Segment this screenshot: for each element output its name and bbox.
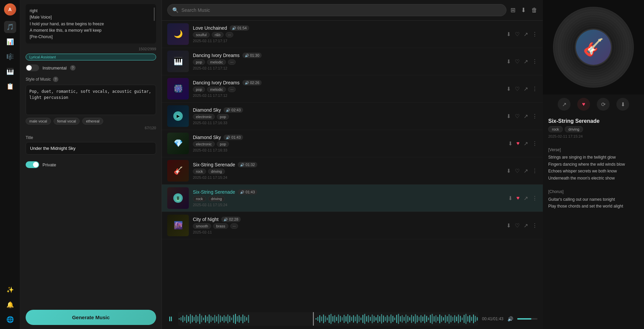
sidebar-icon-bell[interactable]: 🔔 <box>4 299 16 311</box>
download-4[interactable]: ⬇ <box>506 113 511 119</box>
volume-icon[interactable]: 🔊 <box>507 316 513 322</box>
svg-rect-93 <box>417 316 418 322</box>
sidebar-icon-piano[interactable]: 🎹 <box>4 65 16 78</box>
search-input[interactable] <box>181 7 501 13</box>
music-item-3[interactable]: 🎆 Dancing Ivory Dreams 🔊 02:26 pop melod… <box>162 75 543 103</box>
like-8[interactable]: ♡ <box>515 222 520 229</box>
style-help-icon[interactable]: ? <box>53 77 58 82</box>
time-display: 00:41/01:43 <box>482 317 503 321</box>
right-remix-btn[interactable]: ⟳ <box>597 98 610 111</box>
search-box[interactable]: 🔍 <box>167 4 506 16</box>
private-toggle[interactable] <box>26 161 39 168</box>
sidebar-icon-globe[interactable]: 🌐 <box>4 313 16 326</box>
download-8[interactable]: ⬇ <box>506 222 511 229</box>
title-input[interactable] <box>26 142 156 155</box>
like-5[interactable]: ♥ <box>517 140 520 146</box>
tag-ethereal[interactable]: ethereal <box>82 118 103 125</box>
more-3[interactable]: ⋮ <box>532 86 537 92</box>
sidebar-icon-music[interactable]: 🎵 <box>4 21 16 33</box>
share-1[interactable]: ↗ <box>524 31 528 37</box>
instrumental-help-icon[interactable]: ? <box>70 65 76 71</box>
pause-overlay-7[interactable]: ⏸ <box>173 193 183 203</box>
right-download-btn[interactable]: ⬇ <box>616 98 629 111</box>
sidebar-icon-list[interactable]: 📋 <box>4 80 16 92</box>
sidebar-icon-compose[interactable]: 🎼 <box>4 51 16 63</box>
like-6[interactable]: ♡ <box>515 168 520 174</box>
like-2[interactable]: ♡ <box>515 58 520 65</box>
toolbar-delete-icon[interactable]: 🗑 <box>531 7 537 14</box>
more-6[interactable]: ⋮ <box>532 168 537 174</box>
actions-3: ⬇ ♡ ↗ ⋮ <box>506 86 537 92</box>
svg-rect-53 <box>342 317 343 321</box>
svg-rect-13 <box>203 318 204 320</box>
lyric-line-1: right <box>30 7 152 14</box>
right-like-btn[interactable]: ♥ <box>577 98 590 111</box>
download-5[interactable]: ⬇ <box>508 140 513 147</box>
avatar[interactable]: A <box>4 3 16 16</box>
svg-rect-92 <box>415 314 416 324</box>
music-item-1[interactable]: 🌙 Love Unchained 🔊 01:54 soulful r&b ···… <box>162 21 543 48</box>
like-3[interactable]: ♡ <box>515 86 520 92</box>
music-item-6[interactable]: 🎸 Six-String Serenade 🔊 01:32 rock drivi… <box>162 157 543 185</box>
style-tags-row: male vocal femal vocal ethereal <box>26 118 156 125</box>
svg-rect-7 <box>192 316 193 322</box>
music-item-2[interactable]: 🎹 Dancing Ivory Dreams 🔊 01:30 pop melod… <box>162 48 543 75</box>
svg-rect-124 <box>475 316 476 322</box>
style-input[interactable]: Pop, duet, romantic, soft vocals, acoust… <box>26 85 156 115</box>
waveform-container[interactable] <box>178 312 478 326</box>
svg-rect-28 <box>231 318 232 320</box>
share-7[interactable]: ↗ <box>524 195 528 201</box>
music-item-5[interactable]: 💎 Diamond Sky 🔊 01:43 electronic pop 202… <box>162 130 543 157</box>
private-row: Private <box>26 161 156 168</box>
svg-rect-18 <box>212 317 213 321</box>
toolbar-download-icon[interactable]: ⬇ <box>521 6 526 14</box>
generate-button[interactable]: Generate Music <box>26 310 156 325</box>
more-1[interactable]: ⋮ <box>532 31 537 37</box>
tag-female-vocal[interactable]: femal vocal <box>54 118 80 125</box>
actions-2: ⬇ ♡ ↗ ⋮ <box>506 58 537 65</box>
music-item-7[interactable]: 👩 ⏸ Six-String Serenade 🔊 01:43 rock dri… <box>162 185 543 212</box>
like-1[interactable]: ♡ <box>515 31 520 37</box>
more-4[interactable]: ⋮ <box>532 113 537 119</box>
music-name-5: Diamond Sky <box>193 135 221 140</box>
like-4[interactable]: ♡ <box>515 113 520 119</box>
music-item-4[interactable]: ◉ ▶ Diamond Sky 🔊 02:43 electronic pop 2… <box>162 103 543 130</box>
like-7[interactable]: ♥ <box>517 195 520 201</box>
right-share-btn[interactable]: ↗ <box>558 98 570 111</box>
more-8[interactable]: ⋮ <box>532 222 537 229</box>
svg-rect-62 <box>359 316 360 322</box>
more-5[interactable]: ⋮ <box>532 140 537 147</box>
share-8[interactable]: ↗ <box>524 222 528 229</box>
share-5[interactable]: ↗ <box>524 140 528 147</box>
vinyl-record: 🎸 <box>553 7 634 88</box>
download-3[interactable]: ⬇ <box>506 86 511 92</box>
music-item-8[interactable]: 🌆 City of Night 🔊 02:28 smooth brass ···… <box>162 212 543 239</box>
tag-male-vocal[interactable]: male vocal <box>26 118 51 125</box>
svg-rect-76 <box>385 317 386 321</box>
sidebar-icon-chart[interactable]: 📊 <box>4 36 16 48</box>
share-3[interactable]: ↗ <box>524 86 528 92</box>
toolbar-library-icon[interactable]: ⊞ <box>510 6 516 14</box>
share-6[interactable]: ↗ <box>524 168 528 174</box>
download-2[interactable]: ⬇ <box>506 58 511 65</box>
pause-button[interactable]: ⏸ <box>167 315 174 323</box>
instrumental-toggle[interactable] <box>26 64 39 71</box>
svg-rect-106 <box>441 316 442 322</box>
download-7[interactable]: ⬇ <box>508 195 513 201</box>
svg-rect-111 <box>450 316 451 322</box>
svg-rect-80 <box>392 316 393 322</box>
thumb-1: 🌙 <box>167 23 189 45</box>
share-2[interactable]: ↗ <box>524 58 528 65</box>
volume-slider[interactable] <box>517 318 537 320</box>
svg-rect-22 <box>220 316 221 322</box>
verse-line-1: Strings are singing in the twilight glow <box>548 154 639 161</box>
more-2[interactable]: ⋮ <box>532 58 537 65</box>
download-1[interactable]: ⬇ <box>506 31 511 37</box>
more-7[interactable]: ⋮ <box>532 195 537 201</box>
lyrical-assistant-badge[interactable]: Lyrical Assistant <box>26 54 156 60</box>
share-4[interactable]: ↗ <box>524 113 528 119</box>
download-6[interactable]: ⬇ <box>506 168 511 174</box>
svg-rect-26 <box>228 314 229 323</box>
sidebar-icon-sparkle[interactable]: ✨ <box>4 284 16 296</box>
right-panel: 🎸 ↗ ♥ ⟳ ⬇ Six-String Serenade rock drivi… <box>543 0 644 329</box>
